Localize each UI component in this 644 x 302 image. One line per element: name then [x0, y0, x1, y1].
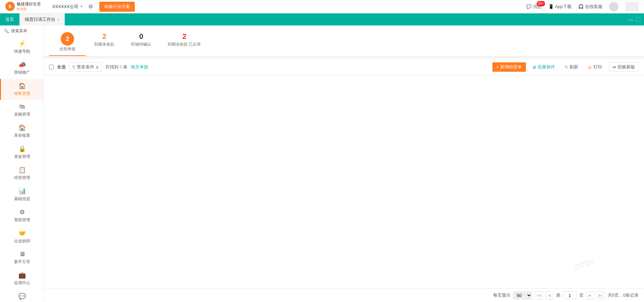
active-tab-label: 钱货日清工作台: [25, 16, 55, 22]
chevron-down-icon: ▼: [80, 5, 83, 8]
overdue-count: 2: [102, 32, 106, 41]
pending-label: 旺辅待确认: [131, 42, 151, 47]
found-prefix: 共找到: [105, 64, 118, 69]
app-icon: 📱: [548, 4, 554, 9]
nav-tab-actions: — ⛶: [625, 13, 644, 25]
new-order-btn[interactable]: + 新增销货单: [492, 62, 526, 72]
online-service-btn[interactable]: 🎧 在线客服: [578, 4, 602, 10]
search-menu-label: 搜索菜单: [11, 28, 27, 34]
stats-tabs: 2 全部单据 2 到期未收款 0 旺辅待确认 2 到期未收款 已出库: [49, 29, 639, 56]
next-page-btn[interactable]: ▶: [586, 291, 594, 299]
home-tab-label: 首页: [5, 16, 14, 22]
operation-icon: 📋: [18, 166, 26, 174]
pagination-bar: 每页显示 50 10 20 100 |◀ ◀ 第 页 ▶ ▶| 共0页，0条记录: [44, 288, 644, 302]
sidebar-item-enterprise[interactable]: 🤝 企业协同: [0, 226, 43, 247]
guide-icon: 🖥: [19, 251, 25, 258]
stat-tab-all[interactable]: 2 全部单据: [49, 29, 86, 56]
content-area: 2 全部单据 2 到期未收款 0 旺辅待确认 2 到期未收款 已出库: [44, 25, 644, 302]
stat-tab-overdue[interactable]: 2 到期未收款: [86, 29, 123, 56]
company-selector[interactable]: XXXXXX公司 ▼: [52, 4, 83, 10]
app-download-btn[interactable]: 📱 App下载: [548, 4, 572, 10]
nav-maximize-icon[interactable]: ⛶: [636, 17, 641, 22]
all-label: 全部单据: [59, 46, 75, 52]
settings-button[interactable]: ⚙: [86, 2, 95, 11]
chevron-down-icon: ∨: [96, 65, 99, 70]
toolbar-left: 全选 ▽ 更多条件 ∨ 共找到 0 条 相关单据: [49, 62, 488, 72]
sidebar-item-purchase[interactable]: 🛍 采购管理: [0, 100, 43, 121]
service-icon: 🎧: [578, 4, 584, 9]
user-name-area: [625, 2, 639, 11]
sidebar-item-basic-info[interactable]: 📊 基础信息: [0, 184, 43, 205]
sidebar-item-sales[interactable]: 🏠 销售管理: [0, 79, 43, 100]
refresh-btn[interactable]: ↻ 刷新: [562, 63, 581, 71]
logo-icon: 6: [5, 2, 15, 11]
pending-count: 0: [139, 32, 143, 41]
found-unit: 条: [123, 64, 127, 69]
sidebar-search[interactable]: 🔍 搜索菜单: [0, 25, 43, 37]
total-info: 共0页，0条记录: [608, 292, 639, 298]
sidebar-item-operation[interactable]: 📋 经营管理: [0, 163, 43, 184]
app-center-icon: 💼: [18, 271, 26, 279]
message-btn[interactable]: 💬 消息 99+: [526, 4, 542, 10]
filter-btn[interactable]: ▽ 更多条件 ∨: [69, 62, 102, 72]
tab-close-icon[interactable]: ×: [57, 17, 59, 21]
related-records-link[interactable]: 相关单据: [131, 64, 148, 70]
switch-icon: ⇌: [612, 65, 616, 70]
search-icon: 🔍: [4, 29, 9, 34]
message-badge: 99+: [537, 1, 545, 6]
trial-btn[interactable]: 体验行业方案: [99, 2, 135, 12]
overdue-out-label: 到期未收款 已出库: [168, 42, 201, 47]
print-btn[interactable]: 🖨 打印: [585, 63, 605, 71]
main-layout: 🔍 搜索菜单 ⚡ 快捷导航 📣 营销推广 🏠 销售管理 🛍 采购管理 🏠 库存核…: [0, 25, 644, 302]
page-size-select[interactable]: 50 10 20 100: [513, 292, 532, 299]
sidebar-item-label: 销售管理: [14, 91, 30, 97]
per-page-label: 每页显示: [493, 292, 511, 298]
sidebar-item-label: 资金管理: [14, 154, 30, 160]
refresh-label: 刷新: [570, 64, 578, 70]
stat-tab-pending[interactable]: 0 旺辅待确认: [123, 29, 160, 56]
topbar-right: 💬 消息 99+ 📱 App下载 🎧 在线客服: [526, 2, 639, 11]
app-download-label: App下载: [555, 4, 572, 10]
logo-badge: 标准版: [17, 7, 41, 11]
sidebar: 🔍 搜索菜单 ⚡ 快捷导航 📣 营销推广 🏠 销售管理 🛍 采购管理 🏠 库存核…: [0, 25, 44, 302]
batch-icon: ⊞: [533, 65, 536, 70]
toolbar-right: + 新增销货单 ⊞ 批量操作 ↻ 刷新 🖨 打印 ⇌ 切换新版: [492, 62, 639, 72]
purchase-icon: 🛍: [19, 103, 25, 110]
sidebar-item-marketing[interactable]: 📣 营销推广: [0, 58, 43, 79]
sidebar-item-label: 系统管理: [14, 217, 30, 223]
sidebar-item-finance[interactable]: 🔒 资金管理: [0, 142, 43, 163]
switch-version-btn[interactable]: ⇌ 切换新版: [609, 62, 639, 72]
prev-page-btn[interactable]: ◀: [545, 291, 553, 299]
sidebar-item-label: 企业协同: [14, 238, 30, 244]
sidebar-item-system[interactable]: ⚙ 系统管理: [0, 205, 43, 226]
sidebar-item-app-center[interactable]: 💼 应用中心: [0, 268, 43, 289]
enterprise-icon: 🤝: [18, 230, 26, 237]
switch-label: 切换新版: [618, 64, 635, 70]
sidebar-item-inventory[interactable]: 🏠 库存核算: [0, 121, 43, 142]
first-page-btn[interactable]: |◀: [535, 291, 543, 299]
page-number-input[interactable]: [563, 291, 577, 299]
all-count: 2: [66, 36, 69, 43]
sales-icon: 🏠: [18, 82, 26, 89]
avatar[interactable]: [609, 2, 619, 11]
sidebar-item-label: 采购管理: [14, 112, 30, 117]
sidebar-item-quick-nav[interactable]: ⚡ 快捷导航: [0, 37, 43, 58]
last-page-btn[interactable]: ▶|: [597, 291, 605, 299]
quick-nav-icon: ⚡: [18, 40, 26, 47]
sidebar-item-guide[interactable]: 🖥 新手引导: [0, 247, 43, 268]
stat-tab-overdue-out[interactable]: 2 到期未收款 已出库: [160, 29, 209, 56]
sidebar-item-label: 基础信息: [14, 196, 30, 202]
company-name: XXXXXX公司: [52, 4, 78, 10]
batch-op-btn[interactable]: ⊞ 批量操作: [530, 63, 558, 71]
nav-tabs: 首页 钱货日清工作台 × — ⛶: [0, 13, 644, 25]
tab-home[interactable]: 首页: [0, 13, 19, 25]
tab-active[interactable]: 钱货日清工作台 ×: [19, 13, 65, 25]
logo-name: 畅捷通好生意: [17, 2, 41, 6]
basic-info-icon: 📊: [18, 187, 26, 195]
print-label: 打印: [593, 64, 602, 70]
filter-icon: ▽: [72, 65, 75, 70]
nav-minimize-icon[interactable]: —: [629, 17, 633, 22]
select-all-checkbox[interactable]: [49, 65, 54, 69]
toolbar: 全选 ▽ 更多条件 ∨ 共找到 0 条 相关单据 + 新增销货单 ⊞ 批量操作: [44, 59, 644, 75]
sidebar-item-wechat[interactable]: 💬 企业微信: [0, 289, 43, 302]
